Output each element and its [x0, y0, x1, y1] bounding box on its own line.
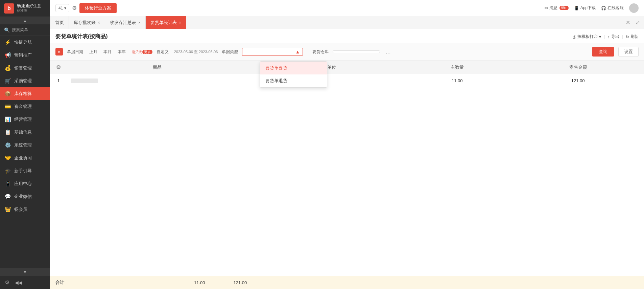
filter-bar-wrapper: » 单据日期 上月 本月 本年 近7天更多 自定义 2023-05-06 至 2… — [50, 43, 644, 61]
query-btn[interactable]: 查询 — [592, 47, 614, 57]
store-selector[interactable]: 41 ▾ — [55, 4, 69, 12]
topbar-settings-icon[interactable]: ⚙ — [72, 5, 77, 11]
sidebar-settings-icon[interactable]: ⚙ — [5, 279, 9, 286]
refresh-icon: ↻ — [626, 35, 629, 39]
table-body: 1 块 11.00 121.00 — [50, 74, 644, 87]
date-opt-last-month[interactable]: 上月 — [87, 48, 99, 55]
product-placeholder — [71, 79, 98, 83]
sidebar-item-inventory[interactable]: 📦 库存核算 — [0, 87, 50, 100]
tab-close-order-stats[interactable]: × — [179, 20, 181, 25]
th-settings[interactable]: ⚙ — [50, 61, 67, 74]
wecom-icon: 💬 — [5, 194, 11, 200]
sidebar-item-basic-info[interactable]: 📋 基础信息 — [0, 126, 50, 139]
th-product: 商品 — [67, 61, 248, 74]
sidebar-item-marketing[interactable]: 📢 营销推广 — [0, 49, 50, 62]
cell-row-num: 1 — [50, 74, 67, 87]
table-settings-icon[interactable]: ⚙ — [56, 64, 61, 70]
sidebar-item-enterprise[interactable]: 🤝 企业协同 — [0, 152, 50, 164]
sidebar-item-purchase[interactable]: 🛒 采购管理 — [0, 74, 50, 87]
sidebar-item-vip[interactable]: 👑 畅会员 — [0, 203, 50, 216]
sidebar-item-sales[interactable]: 💰 销售管理 — [0, 62, 50, 74]
tab-close-receivables-summary[interactable]: × — [138, 20, 141, 25]
user-avatar[interactable] — [629, 3, 639, 13]
tab-receivables-summary[interactable]: 收发存汇总表 × — [105, 16, 146, 29]
sidebar-scroll-up[interactable]: ▲ — [0, 17, 50, 24]
purchase-icon: 🛒 — [5, 78, 11, 84]
guide-icon: 🎓 — [5, 168, 11, 174]
filter-bar: » 单据日期 上月 本月 本年 近7天更多 自定义 2023-05-06 至 2… — [50, 43, 644, 61]
more-options-icon[interactable]: … — [385, 49, 391, 55]
finance-icon: 💳 — [5, 104, 11, 110]
cell-sales-amount: 121.00 — [512, 74, 644, 87]
date-opt-this-year[interactable]: 本年 — [116, 48, 128, 55]
sidebar-item-operations[interactable]: 📊 经营管理 — [0, 113, 50, 126]
type-select[interactable]: ▲ — [242, 48, 303, 56]
topbar-right: ✉ 消息 99+ 📱 App下载 🎧 在线客服 — [545, 3, 639, 13]
app-download-icon: 📱 — [574, 6, 579, 10]
page-header: 要货单统计表(按商品) 🖨 按模板打印 ▾ | ↑ 导出 | ↻ — [50, 29, 644, 43]
sidebar-scroll-down[interactable]: ▼ — [0, 268, 50, 275]
message-icon: ✉ — [545, 6, 548, 10]
sidebar-collapse-icon[interactable]: ◀◀ — [15, 280, 22, 285]
dropdown-item-order-return[interactable]: 要货单退货 — [260, 74, 327, 87]
enterprise-icon: 🤝 — [5, 155, 11, 161]
sidebar-item-guide[interactable]: 🎓 新手引导 — [0, 164, 50, 177]
dropdown-item-order-deliver[interactable]: 要货单要货 — [260, 62, 327, 74]
warehouse-label: 要货仓库 — [312, 49, 329, 55]
app-download-action[interactable]: 📱 App下载 — [574, 5, 596, 11]
type-label: 单据类型 — [222, 49, 238, 55]
inventory-icon: 📦 — [5, 91, 11, 97]
sidebar-item-finance[interactable]: 💳 资金管理 — [0, 100, 50, 113]
tab-maximize-icon[interactable]: ⤢ — [634, 18, 641, 27]
table-footer: 合计 11.00 121.00 — [50, 276, 644, 289]
more-badge: 更多 — [142, 50, 152, 54]
cell-quantity: 11.00 — [402, 74, 512, 87]
message-action[interactable]: ✉ 消息 99+ — [545, 5, 569, 11]
industry-btn[interactable]: 体验行业方案 — [79, 3, 117, 13]
date-custom-btn[interactable]: 自定义 — [157, 49, 169, 55]
refresh-btn[interactable]: ↻ 刷新 — [626, 34, 639, 40]
tab-close-batch-account[interactable]: × — [98, 20, 100, 25]
page-title: 要货单统计表(按商品) — [55, 33, 108, 40]
settings-btn[interactable]: 设置 — [618, 47, 639, 57]
app-center-icon: 📱 — [5, 181, 11, 187]
filter-toggle-btn[interactable]: » — [55, 48, 63, 55]
warehouse-select[interactable] — [333, 50, 380, 53]
tab-close-all-icon[interactable]: ✕ — [624, 18, 631, 27]
sidebar-bottom: ⚙ ◀◀ — [0, 275, 50, 289]
date-opt-this-month[interactable]: 本月 — [101, 48, 114, 55]
content: 要货单统计表(按商品) 🖨 按模板打印 ▾ | ↑ 导出 | ↻ — [50, 29, 644, 289]
page-container: 要货单统计表(按商品) 🖨 按模板打印 ▾ | ↑ 导出 | ↻ — [50, 29, 644, 289]
sidebar-item-system[interactable]: ⚙️ 系统管理 — [0, 139, 50, 152]
sidebar-search[interactable]: 🔍 搜索菜单 — [0, 24, 50, 36]
tab-batch-account[interactable]: 库存批次账 × — [69, 16, 105, 29]
online-service-action[interactable]: 🎧 在线客服 — [601, 5, 624, 11]
export-icon: ↑ — [608, 35, 610, 39]
date-label: 单据日期 — [67, 49, 83, 55]
sidebar-item-app-center[interactable]: 📱 应用中心 — [0, 177, 50, 190]
date-options: 上月 本月 本年 近7天更多 自定义 — [87, 48, 169, 55]
tabbar-actions: ✕ ⤢ — [624, 18, 644, 27]
topbar: 41 ▾ ⚙ 体验行业方案 ✉ 消息 99+ 📱 App下载 🎧 在线客服 — [50, 0, 644, 16]
print-btn[interactable]: 🖨 按模板打印 ▾ — [572, 34, 601, 40]
tab-order-stats[interactable]: 要货单统计表 × — [146, 16, 186, 29]
date-opt-7days[interactable]: 近7天更多 — [130, 48, 154, 55]
sidebar-item-quick-nav[interactable]: ⚡ 快捷导航 — [0, 36, 50, 49]
topbar-left: 41 ▾ ⚙ 体验行业方案 — [55, 3, 117, 13]
table-row: 1 块 11.00 121.00 — [50, 74, 644, 87]
print-icon: 🖨 — [572, 35, 576, 39]
operations-icon: 📊 — [5, 116, 11, 123]
export-btn[interactable]: ↑ 导出 — [608, 34, 619, 40]
system-icon: ⚙️ — [5, 142, 11, 148]
table-header: ⚙ 商品 主计量单位 主数量 零售金额 — [50, 61, 644, 74]
basic-info-icon: 📋 — [5, 129, 11, 135]
page-actions: 🖨 按模板打印 ▾ | ↑ 导出 | ↻ 刷新 — [572, 34, 639, 40]
footer-quantity: 11.00 — [194, 280, 205, 285]
chevron-down-icon: ▾ — [64, 6, 66, 10]
tab-home[interactable]: 首页 — [50, 16, 69, 29]
logo-text: 畅捷通好生意 标准版 — [17, 3, 41, 14]
type-dropdown-container: 要货单要货 要货单退货 — [260, 61, 327, 88]
sidebar-item-wecom[interactable]: 💬 企业微信 — [0, 190, 50, 203]
th-quantity: 主数量 — [402, 61, 512, 74]
marketing-icon: 📢 — [5, 52, 11, 58]
